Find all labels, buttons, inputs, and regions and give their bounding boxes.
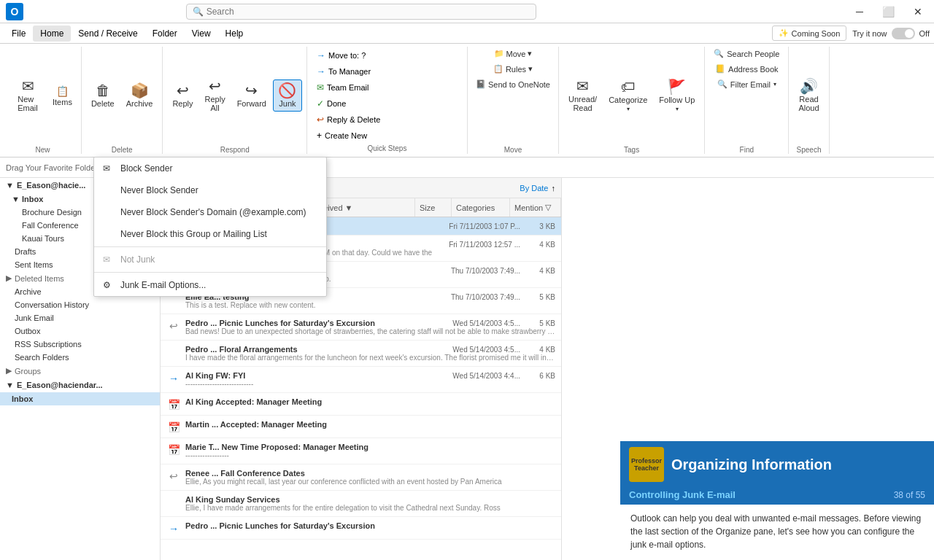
- sidebar-item-conv-history[interactable]: Conversation History: [0, 298, 160, 311]
- qs-done[interactable]: ✓ Done: [312, 96, 463, 111]
- sort-direction-icon[interactable]: ↑: [552, 184, 556, 192]
- title-bar: O 🔍 ─ ⬜ ✕: [0, 0, 934, 23]
- received-sort-icon: ▼: [345, 203, 353, 212]
- email-item-6[interactable]: Pedro ... Floral Arrangements Wed 5/14/2…: [161, 341, 561, 367]
- maximize-button[interactable]: ⬜: [879, 1, 899, 22]
- qs-to-manager-label: To Manager: [328, 67, 371, 76]
- email-size: 5 KB: [526, 293, 555, 301]
- delete-button[interactable]: 🗑 Delete: [86, 79, 120, 112]
- forward-button[interactable]: ↪ Forward: [232, 79, 271, 112]
- qs-create-new[interactable]: + Create New: [312, 128, 463, 143]
- sidebar-item-outbox[interactable]: Outbox: [0, 324, 160, 338]
- categorize-button[interactable]: 🏷 Categorize ▾: [603, 76, 652, 116]
- read-aloud-button[interactable]: 🔊 ReadAloud: [793, 75, 824, 116]
- col-header-mention[interactable]: Mention ▽: [510, 198, 561, 217]
- email-header-row: Al King FW: FYI Wed 5/14/2003 4:4... 6 K…: [185, 371, 555, 380]
- col-header-size[interactable]: Size: [415, 198, 452, 217]
- app-logo: O: [6, 3, 23, 20]
- email-item-10[interactable]: 📅 Marie T... New Time Proposed: Manager …: [161, 438, 561, 464]
- email-item-13[interactable]: → Pedro ... Picnic Lunches for Saturday'…: [161, 517, 561, 540]
- qs-team-email[interactable]: ✉ Team Email: [312, 80, 463, 95]
- move-label: Move: [506, 50, 526, 58]
- menu-file[interactable]: File: [4, 26, 33, 42]
- send-to-onenote-button[interactable]: 📓 Send to OneNote: [472, 77, 554, 91]
- email-item-9[interactable]: 📅 Martin ... Accepted: Manager Meeting: [161, 416, 561, 438]
- reply-all-button[interactable]: ↩ ReplyAll: [200, 75, 231, 116]
- sidebar-item-search-folders[interactable]: Search Folders: [0, 351, 160, 364]
- move-button[interactable]: 📁 Move ▾: [490, 47, 536, 61]
- delete-group-label: Delete: [86, 144, 158, 154]
- dropdown-never-block-sender[interactable]: Never Block Sender: [94, 179, 326, 201]
- email-item-7[interactable]: → Al King FW: FYI Wed 5/14/2003 4:4... 6…: [161, 367, 561, 393]
- sort-label[interactable]: By Date: [520, 184, 548, 192]
- archive-button[interactable]: 📦 Archive: [121, 79, 158, 112]
- delete-buttons: 🗑 Delete 📦 Archive: [86, 47, 158, 144]
- window-controls: ─ ⬜ ✕: [849, 1, 928, 22]
- new-items-button[interactable]: 📋 Items: [48, 83, 77, 109]
- menu-view[interactable]: View: [185, 26, 218, 42]
- dropdown-never-block-domain[interactable]: Never Block Sender's Domain (@example.co…: [94, 201, 326, 223]
- dropdown-never-block-group[interactable]: Never Block this Group or Mailing List: [94, 223, 326, 245]
- address-book-button[interactable]: 📒 Address Book: [711, 62, 782, 76]
- email-item-5[interactable]: ↩ Pedro ... Picnic Lunches for Saturday'…: [161, 314, 561, 341]
- search-input[interactable]: [207, 7, 530, 17]
- archive-label: Archive: [15, 287, 42, 296]
- kauai-label: Kauai Tours: [22, 234, 64, 243]
- email-direction-icon: →: [169, 523, 179, 534]
- sidebar-item-rss[interactable]: RSS Subscriptions: [0, 338, 160, 351]
- calendar-email-icon: 📅: [168, 444, 180, 456]
- dropdown-junk-options[interactable]: ⚙ Junk E-mail Options...: [94, 274, 326, 296]
- sort-controls: By Date ↑: [520, 184, 555, 192]
- email-item-12[interactable]: Al King Sunday Services Ellie, I have ma…: [161, 491, 561, 517]
- filter-email-button[interactable]: 🔍 Filter Email ▾: [713, 77, 781, 91]
- unread-read-label: Unread/Read: [568, 95, 597, 112]
- email-sender: Martin ... Accepted: Manager Meeting: [185, 420, 327, 429]
- email-meta: Wed 5/14/2003 4:4... 6 KB: [427, 371, 555, 380]
- sidebar-item-junk[interactable]: Junk Email: [0, 311, 160, 324]
- deleted-chevron: ▶: [6, 273, 12, 283]
- reply-all-label: ReplyAll: [205, 95, 225, 112]
- junk-options-label: Junk E-mail Options...: [120, 280, 206, 290]
- email-icon-col: [166, 345, 181, 346]
- dropdown-block-sender[interactable]: ✉ Block Sender: [94, 158, 326, 179]
- email-sender: Pedro ... Picnic Lunches for Saturday's …: [185, 319, 375, 327]
- quicksteps-group-label: Quick Steps: [312, 143, 463, 152]
- mention-label: Mention: [514, 203, 543, 212]
- follow-up-button[interactable]: 🚩 Follow Up ▾: [654, 76, 700, 116]
- menu-help[interactable]: Help: [218, 26, 251, 42]
- email-meta: [427, 420, 555, 429]
- qs-move-to[interactable]: → Move to: ?: [312, 48, 463, 63]
- email-sender: Marie T... New Time Proposed: Manager Me…: [185, 443, 368, 451]
- minimize-button[interactable]: ─: [849, 1, 870, 22]
- try-it-toggle[interactable]: Try it now Off: [852, 28, 930, 39]
- rules-button[interactable]: 📋 Rules ▾: [490, 62, 536, 76]
- email-meta: Thu 7/10/2003 7:49... 4 KB: [427, 266, 555, 275]
- unread-read-button[interactable]: ✉ Unread/Read: [563, 75, 602, 116]
- menu-home[interactable]: Home: [33, 26, 71, 42]
- email-item-8[interactable]: 📅 Al King Accepted: Manager Meeting: [161, 393, 561, 416]
- account-2-chevron: ▼: [6, 381, 14, 389]
- junk-email-label: Junk Email: [15, 314, 54, 322]
- email-item-11[interactable]: ↩ Renee ... Fall Conference Dates Ellie,…: [161, 464, 561, 491]
- qs-to-manager[interactable]: → To Manager: [312, 64, 463, 79]
- search-bar[interactable]: 🔍: [186, 4, 536, 20]
- email-size: 3 KB: [526, 222, 555, 230]
- search-people-button[interactable]: 🔍 Search People: [709, 47, 784, 61]
- reply-button[interactable]: ↩ Reply: [167, 79, 198, 112]
- col-header-categories[interactable]: Categories: [452, 198, 510, 217]
- menu-send-receive[interactable]: Send / Receive: [71, 26, 144, 42]
- sidebar-item-inbox-2[interactable]: Inbox: [0, 392, 160, 405]
- junk-button[interactable]: 🚫 Junk: [273, 79, 302, 112]
- sidebar-account-2[interactable]: ▼ E_Eason@haciendar...: [0, 378, 160, 392]
- coming-soon-button[interactable]: ✨ Coming Soon: [772, 26, 847, 41]
- dropdown-not-junk[interactable]: ✉ Not Junk: [94, 249, 326, 271]
- new-email-label: NewEmail: [18, 95, 38, 112]
- menu-folder[interactable]: Folder: [145, 26, 185, 42]
- move-dropdown-icon: ▾: [528, 49, 532, 58]
- new-email-button[interactable]: ✉ NewEmail: [9, 75, 47, 116]
- qs-to-manager-icon: →: [317, 66, 325, 77]
- qs-reply-delete[interactable]: ↩ Reply & Delete: [312, 112, 463, 127]
- close-button[interactable]: ✕: [908, 1, 928, 22]
- sidebar-groups[interactable]: ▶ Groups: [0, 364, 160, 378]
- toggle-switch[interactable]: [892, 28, 915, 39]
